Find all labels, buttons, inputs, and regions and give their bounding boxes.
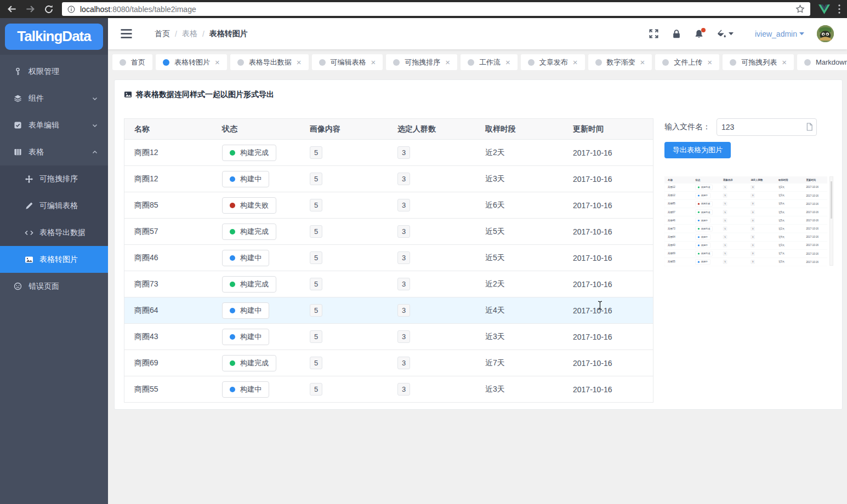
sidebar-item-1[interactable]: 组件 bbox=[0, 85, 108, 112]
chevron-up-icon bbox=[90, 149, 99, 156]
sidebar-item-2[interactable]: 表单编辑 bbox=[0, 112, 108, 139]
tab-5[interactable]: 工作流× bbox=[461, 54, 518, 70]
count-tag: 5 bbox=[723, 210, 727, 214]
column-header: 更新时间 bbox=[563, 124, 653, 134]
column-header: 更新时间 bbox=[803, 178, 827, 181]
tab-label: 可拖拽列表 bbox=[741, 58, 777, 67]
filename-input[interactable] bbox=[717, 118, 817, 136]
browser-menu-icon[interactable] bbox=[838, 4, 840, 14]
tab-0[interactable]: 首页 bbox=[112, 54, 152, 70]
breadcrumb-home[interactable]: 首页 bbox=[155, 29, 170, 39]
sidebar-item-4[interactable]: 可拖拽排序 bbox=[0, 165, 108, 192]
status-label: 构建中 bbox=[240, 174, 262, 184]
tab-close-icon[interactable]: × bbox=[782, 58, 787, 66]
tab-close-icon[interactable]: × bbox=[371, 58, 376, 66]
cell-people: 3 bbox=[748, 210, 775, 214]
status-dot-icon bbox=[698, 220, 700, 221]
lock-icon[interactable] bbox=[672, 29, 681, 39]
sidebar-item-6[interactable]: 表格导出数据 bbox=[0, 219, 108, 246]
tab-8[interactable]: 文件上传× bbox=[655, 54, 719, 70]
table-row[interactable]: 商圈57构建完成53近5天2017-10-16 bbox=[124, 218, 653, 244]
cell-portrait: 5 bbox=[300, 278, 388, 290]
count-tag: 3 bbox=[751, 235, 754, 239]
sidebar-item-7[interactable]: 表格转图片 bbox=[0, 246, 108, 273]
table-row[interactable]: 商圈85构建失败53近6天2017-10-16 bbox=[124, 192, 653, 218]
tab-10[interactable]: Markdown编辑器× bbox=[797, 54, 847, 70]
table-row[interactable]: 商圈69构建完成53近7天2017-10-16 bbox=[124, 350, 653, 376]
user-menu[interactable]: iview_admin bbox=[755, 30, 804, 38]
tab-close-icon[interactable]: × bbox=[505, 58, 510, 66]
table-row[interactable]: 商圈46构建中53近5天2017-10-16 bbox=[124, 244, 653, 271]
fullscreen-icon[interactable] bbox=[649, 28, 659, 39]
theme-switcher[interactable] bbox=[717, 28, 734, 39]
tab-close-icon[interactable]: × bbox=[573, 58, 578, 66]
tab-3[interactable]: 可编辑表格× bbox=[312, 54, 383, 70]
tab-close-icon[interactable]: × bbox=[707, 58, 712, 66]
status-dot-icon bbox=[230, 255, 235, 261]
tab-dot bbox=[662, 59, 669, 66]
cell-period: 近5天 bbox=[475, 253, 563, 263]
url-bar[interactable]: localhost:8080/tables/table2image bbox=[62, 2, 810, 16]
tab-close-icon[interactable]: × bbox=[445, 58, 450, 66]
table-row[interactable]: 商圈73构建完成53近2天2017-10-16 bbox=[124, 271, 653, 297]
hamburger-icon[interactable] bbox=[120, 28, 133, 39]
avatar[interactable] bbox=[817, 25, 834, 42]
status-label: 构建中 bbox=[240, 253, 262, 263]
tab-4[interactable]: 可拖拽排序× bbox=[386, 54, 457, 70]
app-logo[interactable]: TalkingData bbox=[5, 24, 103, 50]
export-panel: 输入文件名： 导出表格为图片 名称状态画像内容选定人群数取 bbox=[664, 118, 833, 403]
status-badge: 构建中 bbox=[695, 234, 710, 239]
breadcrumb-separator: / bbox=[175, 30, 177, 38]
count-tag: 3 bbox=[397, 278, 410, 290]
tab-1[interactable]: 表格转图片× bbox=[156, 54, 227, 70]
layers-icon bbox=[13, 94, 22, 102]
bell-icon[interactable] bbox=[694, 29, 704, 39]
tab-6[interactable]: 文章发布× bbox=[521, 54, 585, 70]
table-row[interactable]: 商圈12构建完成53近2天2017-10-16 bbox=[124, 139, 653, 165]
table-row[interactable]: 商圈12构建中53近3天2017-10-16 bbox=[124, 165, 653, 192]
tab-7[interactable]: 数字渐变× bbox=[588, 54, 652, 70]
tab-close-icon[interactable]: × bbox=[215, 58, 220, 66]
status-label: 构建完成 bbox=[240, 227, 269, 237]
cell-people: 3 bbox=[388, 199, 475, 211]
cell-people: 3 bbox=[388, 330, 475, 343]
tab-9[interactable]: 可拖拽列表× bbox=[723, 54, 794, 70]
count-tag: 5 bbox=[723, 202, 727, 205]
cell-name: 商圈64 bbox=[664, 236, 692, 239]
table-row[interactable]: 商圈55构建中53近3天2017-10-16 bbox=[124, 376, 653, 402]
forward-icon[interactable] bbox=[25, 4, 36, 14]
count-tag: 5 bbox=[723, 235, 727, 239]
refresh-icon[interactable] bbox=[44, 4, 54, 14]
image-icon bbox=[24, 255, 33, 264]
table-row: 商圈46构建中53近5天2017-10-16 bbox=[664, 216, 827, 225]
page-info-icon[interactable] bbox=[67, 5, 75, 13]
table-row: 商圈85构建失败53近6天2017-10-16 bbox=[664, 199, 827, 208]
tab-close-icon[interactable]: × bbox=[640, 58, 645, 66]
status-dot-icon bbox=[230, 176, 235, 182]
table-row[interactable]: 商圈64构建中53近4天2017-10-16 bbox=[124, 297, 653, 323]
status-dot-icon bbox=[698, 244, 700, 246]
sidebar-item-5[interactable]: 可编辑表格 bbox=[0, 192, 108, 219]
sidebar-item-0[interactable]: 权限管理 bbox=[0, 58, 108, 85]
cell-name: 商圈73 bbox=[664, 227, 692, 231]
tab-2[interactable]: 表格导出数据× bbox=[230, 54, 309, 70]
table-row: 商圈12构建完成53近2天2017-10-16 bbox=[664, 183, 827, 191]
tab-label: Markdown编辑器 bbox=[816, 58, 847, 67]
table-row[interactable]: 商圈43构建中53近3天2017-10-16 bbox=[124, 323, 653, 350]
cell-name: 商圈85 bbox=[124, 201, 212, 210]
cell-update: 2017-10-16 bbox=[803, 211, 827, 214]
sidebar-item-3[interactable]: 表格 bbox=[0, 139, 108, 165]
vue-devtools-icon[interactable] bbox=[818, 4, 830, 14]
tab-close-icon[interactable]: × bbox=[297, 58, 302, 66]
sidebar-item-8[interactable]: 错误页面 bbox=[0, 273, 108, 300]
breadcrumb: 首页 / 表格 / 表格转图片 bbox=[155, 29, 248, 39]
back-icon[interactable] bbox=[7, 4, 17, 14]
status-dot-icon bbox=[698, 194, 700, 196]
cell-status: 构建完成 bbox=[212, 145, 300, 161]
cell-status: 构建失败 bbox=[692, 201, 720, 206]
status-dot-icon bbox=[230, 387, 235, 392]
chevron-down-icon bbox=[729, 31, 734, 36]
bookmark-star-icon[interactable] bbox=[795, 4, 805, 14]
export-image-button[interactable]: 导出表格为图片 bbox=[664, 142, 731, 158]
breadcrumb-tables[interactable]: 表格 bbox=[182, 29, 197, 39]
